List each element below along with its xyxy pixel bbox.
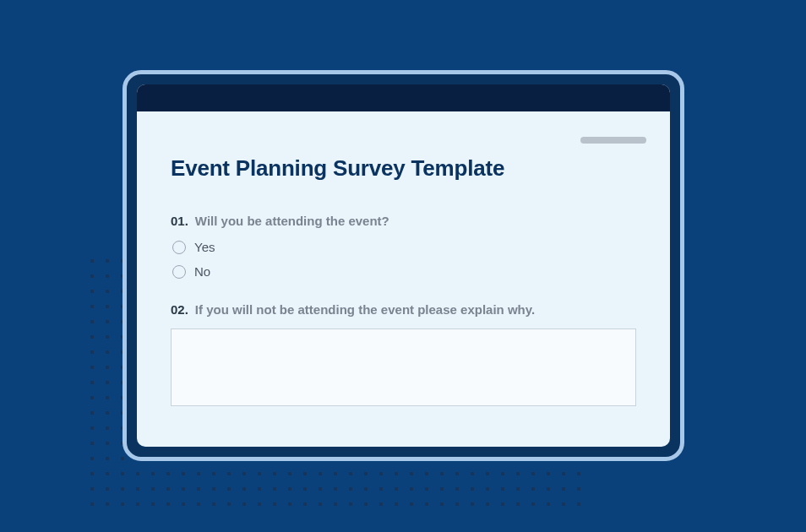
question-2: 02. If you will not be attending the eve…: [171, 302, 636, 410]
question-2-header: 02. If you will not be attending the eve…: [171, 302, 636, 317]
question-1-header: 01. Will you be attending the event?: [171, 214, 636, 228]
radio-icon: [172, 241, 186, 254]
question-1-options: Yes No: [171, 240, 636, 279]
question-1-number: 01.: [171, 214, 188, 228]
option-yes[interactable]: Yes: [172, 240, 636, 254]
window-titlebar: [137, 84, 670, 111]
drag-handle-icon[interactable]: [580, 137, 646, 144]
option-no[interactable]: No: [172, 264, 636, 279]
tablet-frame: Event Planning Survey Template 01. Will …: [123, 70, 684, 461]
survey-title: Event Planning Survey Template: [171, 155, 636, 182]
question-2-number: 02.: [171, 302, 188, 317]
survey-window: Event Planning Survey Template 01. Will …: [137, 84, 670, 447]
question-1-text: Will you be attending the event?: [195, 214, 389, 228]
option-no-label: No: [194, 264, 210, 279]
question-1: 01. Will you be attending the event? Yes…: [171, 214, 636, 279]
radio-icon: [172, 265, 186, 279]
option-yes-label: Yes: [194, 240, 215, 254]
question-2-text: If you will not be attending the event p…: [195, 302, 535, 317]
question-2-textarea[interactable]: [171, 328, 636, 406]
survey-content: Event Planning Survey Template 01. Will …: [137, 111, 670, 447]
